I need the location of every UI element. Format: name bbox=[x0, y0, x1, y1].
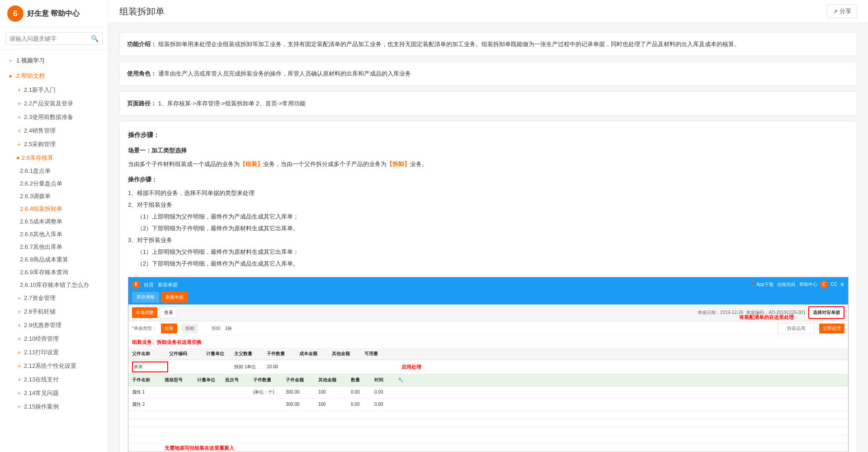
sidebar-item-transfer[interactable]: 2.6.3调拨单 bbox=[0, 190, 108, 203]
c-spec1 bbox=[165, 388, 196, 397]
sidebar-item-videos[interactable]: ＋ 1.视频学习 bbox=[0, 53, 108, 68]
nav-section-videos: ＋ 1.视频学习 bbox=[0, 53, 108, 68]
sidebar-item-cases[interactable]: ＋2.15操作案例 bbox=[0, 400, 108, 414]
col-num: 数量 bbox=[351, 376, 373, 385]
search-area: 🔍 bbox=[0, 28, 108, 50]
parent-child-qty: 10.00 bbox=[267, 362, 298, 371]
tab-new[interactable]: 新建单据 bbox=[161, 292, 188, 303]
sidebar-item-cost-adj[interactable]: 2.6.5成本调整单 bbox=[0, 215, 108, 228]
path-text: 1、库存核算->库存管理->组装拆卸单 2、首页->常用功能 bbox=[158, 100, 306, 107]
col-child-name: 子件名称 bbox=[132, 376, 164, 385]
c-other1: 100 bbox=[318, 388, 350, 397]
mini-tab-zuzhuang[interactable]: 组装 bbox=[161, 324, 177, 333]
mini-form-field-group: 拆卸 bbox=[212, 324, 221, 333]
mini-child-row6 bbox=[128, 435, 848, 443]
sidebar-item-stocktake[interactable]: 2.6.1盘点单 bbox=[0, 165, 108, 177]
col-parent-qty: 主父数量 bbox=[234, 349, 266, 358]
sidebar-item-videos-label: 1.视频学习 bbox=[16, 57, 45, 65]
mini-child-row2: 属性 2 300.00 100 0.00 0.00 bbox=[128, 399, 848, 411]
sidebar-item-ops[interactable]: ＋2.10经营管理 bbox=[0, 332, 108, 346]
sidebar-item-partial-stocktake[interactable]: 2.6.2分量盘点单 bbox=[0, 177, 108, 190]
sidebar-item-payment[interactable]: ＋2.13在线支付 bbox=[0, 373, 108, 386]
c-num2: 0.00 bbox=[351, 400, 373, 409]
col-ops: 🔧 bbox=[398, 376, 407, 385]
sidebar-item-install[interactable]: ＋2.2产品安装及登录 bbox=[0, 97, 108, 110]
screenshot-container: 6 自贡 新添单据 📍 App下载 在线培训 帮助中心 C CC ✕ 库存调 bbox=[128, 277, 849, 452]
mini-confirm-btn[interactable]: 立即处理 bbox=[819, 324, 844, 333]
c-batch2 bbox=[225, 400, 252, 409]
sidebar-item-cost-recalc[interactable]: 2.6.8商品成本重算 bbox=[0, 253, 108, 266]
sidebar-item-finance[interactable]: ＋2.7资金管理 bbox=[0, 291, 108, 305]
sidebar-item-customize[interactable]: ＋2.12系统个性化设置 bbox=[0, 359, 108, 373]
minus-icon-sm: ● bbox=[16, 154, 20, 161]
func-intro-text: 组装拆卸单用来处理企业组装或拆卸等加工业务，支持有固定装配清单的产品加工业务，也… bbox=[158, 41, 740, 48]
col-spec: 规格型号 bbox=[165, 376, 196, 385]
sidebar-item-inv-ledger-fix[interactable]: 2.6.10库存账本错了怎么办 bbox=[0, 279, 108, 291]
c-qty2 bbox=[253, 400, 285, 409]
logo-icon: 6 bbox=[7, 5, 24, 22]
sidebar-item-data-prep[interactable]: ＋2.3使用前数据准备 bbox=[0, 110, 108, 124]
top-bar: 组装拆卸单 ↗ 分享 bbox=[108, 0, 868, 23]
mini-search-box-label: 拆装品用 bbox=[778, 323, 815, 334]
func-intro-box: 功能介绍： 组装拆卸单用来处理企业组装或拆卸等加工业务，支持有固定装配清单的产品… bbox=[119, 32, 857, 56]
step2-2: （2）下部明细为子件明细，最终作为原材料生成其它出库单。 bbox=[128, 223, 849, 234]
step2-1: （1）上部明细为父件明细，最终作为产成品生成其它入库单； bbox=[128, 211, 849, 223]
search-box[interactable]: 🔍 bbox=[5, 32, 103, 45]
plus-icon-c: ＋ bbox=[16, 322, 22, 328]
tab-guanli[interactable]: 库存调整 bbox=[132, 292, 159, 303]
c-other2: 100 bbox=[318, 400, 350, 409]
sidebar-item-inv-ledger[interactable]: 2.6.9库存账本查询 bbox=[0, 266, 108, 279]
path-label: 页面路径： bbox=[127, 100, 156, 107]
col-child-qty: 子件数量 bbox=[267, 349, 298, 358]
step3-2: （2）下部明细为子件明细，最终作为产成品生成其它入库单。 bbox=[128, 258, 849, 270]
sidebar-item-beginner[interactable]: ＋2.1新手入门 bbox=[0, 83, 108, 97]
mini-close-icon[interactable]: ✕ bbox=[840, 279, 844, 290]
mini-btn-save[interactable]: 本地调整 bbox=[132, 307, 157, 318]
sidebar-item-faq[interactable]: ＋2.14常见问题 bbox=[0, 386, 108, 400]
col-avail: 可用量 bbox=[364, 349, 392, 358]
sidebar-item-print[interactable]: ＋2.11打印设置 bbox=[0, 346, 108, 359]
mini-child-row5 bbox=[128, 427, 848, 435]
plus-icon-m: ＋ bbox=[16, 308, 22, 315]
parent-main-qty: 拆卸 1单位 bbox=[234, 362, 266, 371]
c-name1: 属性 1 bbox=[132, 388, 164, 397]
c-time1: 0.00 bbox=[374, 388, 397, 397]
sidebar-item-docs[interactable]: ● 2.帮助文档 bbox=[0, 69, 108, 83]
sidebar-item-coupon[interactable]: ＋2.9优惠券管理 bbox=[0, 319, 108, 332]
step2: 2、对于组装业务 bbox=[128, 199, 849, 211]
sidebar-item-purchase[interactable]: ＋2.5采购管理 bbox=[0, 138, 108, 151]
plus-icon-sm3: ＋ bbox=[16, 114, 22, 120]
sidebar-item-sales[interactable]: ＋2.4销售管理 bbox=[0, 124, 108, 138]
sidebar: 6 好生意 帮助中心 🔍 ＋ 1.视频学习 ● 2.帮助文档 ＋2.1新手入门 bbox=[0, 0, 108, 452]
sidebar-item-other-inbound[interactable]: 2.6.6其他入库单 bbox=[0, 228, 108, 241]
mini-subtabs: 库存调整 新建单据 bbox=[128, 292, 848, 305]
search-input[interactable] bbox=[9, 35, 91, 42]
mini-logo: 6 bbox=[132, 281, 140, 289]
col-child-qty2: 子件数量 bbox=[253, 376, 285, 385]
c-unit2 bbox=[197, 400, 224, 409]
sidebar-item-assembly[interactable]: 2.6.4组装拆卸单 bbox=[0, 203, 108, 215]
c-batch1 bbox=[225, 388, 252, 397]
sidebar-item-other-outbound[interactable]: 2.6.7其他出库单 bbox=[0, 241, 108, 253]
c-name2: 属性 2 bbox=[132, 400, 164, 409]
mini-qty: 1份 bbox=[225, 324, 232, 333]
minus-icon: ● bbox=[7, 73, 14, 79]
col-parent-code: 父件编码 bbox=[169, 349, 205, 358]
logo-area: 6 好生意 帮助中心 bbox=[0, 0, 108, 28]
sidebar-item-inventory[interactable]: ●2.6库存核算 bbox=[0, 151, 108, 165]
share-button[interactable]: ↗ 分享 bbox=[827, 5, 857, 18]
plus-icon-sm: ＋ bbox=[16, 86, 22, 93]
col-other: 其他金额 bbox=[332, 349, 363, 358]
mini-child-row7: 无需地添写但组装在这里重新入 bbox=[128, 443, 848, 452]
mini-child-header: 子件名称 规格型号 计量单位 批次号 子件数量 子件金额 其他金额 数量 时间 … bbox=[128, 374, 848, 386]
mini-parent-row1: 米米 拆卸 1单位 10.00 启用处理 bbox=[128, 360, 848, 374]
logo-text: 好生意 帮助中心 bbox=[27, 9, 80, 19]
mini-tab-chaiqian[interactable]: 拆卸 bbox=[182, 324, 198, 333]
disassembly-keyword: 【拆卸】 bbox=[387, 161, 410, 167]
step1: 1、根据不同的业务，选择不同单据的类型来处理 bbox=[128, 187, 849, 199]
sidebar-item-mobile[interactable]: ＋2.8手机旺铺 bbox=[0, 305, 108, 319]
search-icon[interactable]: 🔍 bbox=[91, 35, 99, 42]
mini-btn-view[interactable]: 查看 bbox=[160, 307, 177, 319]
ann-box-1: 选择对应单据 bbox=[808, 306, 844, 319]
plus-icon-case: ＋ bbox=[16, 403, 22, 410]
